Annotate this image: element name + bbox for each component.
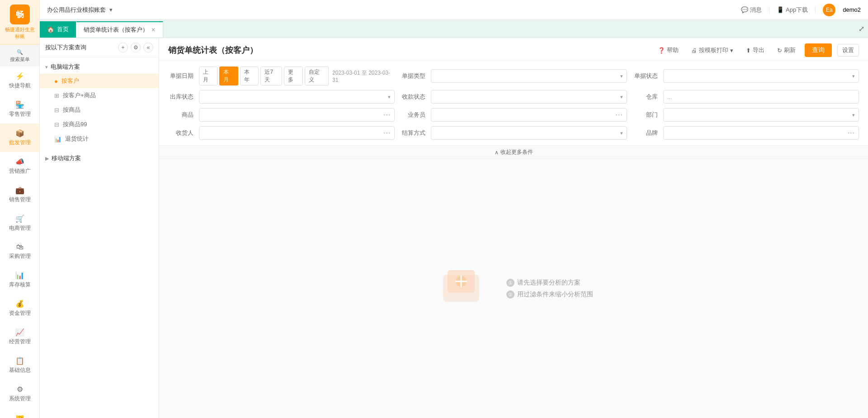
empty-svg (434, 256, 488, 311)
sidebar: 畅 畅捷通好生意标账 🔍 搜索菜单 ⚡ 快捷导航 🏪 零售管理 📦 批发管理 📣… (0, 0, 40, 418)
scheme-settings-button[interactable]: ⚙ (131, 43, 141, 52)
logo-text: 畅捷通好生意标账 (5, 26, 35, 40)
sidebar-item-sales[interactable]: 💼 销售管理 (0, 180, 39, 209)
doc-type-select[interactable]: ▾ (431, 69, 627, 83)
doc-type-label: 单据类型 (400, 72, 425, 80)
sidebar-item-marketing[interactable]: 📣 营销推广 (0, 152, 39, 180)
query-button[interactable]: 查询 (805, 43, 832, 57)
company-dropdown[interactable]: ▾ (109, 6, 113, 13)
template-print-button[interactable]: 🖨 按模板打印 ▾ (688, 44, 737, 56)
maximize-icon: ⤢ (859, 24, 864, 33)
tab-close-button[interactable]: ✕ (151, 27, 156, 33)
chevron-down-icon: ▾ (45, 64, 48, 70)
scheme-item-by-customer[interactable]: ● 按客户 (40, 74, 159, 88)
scheme-add-button[interactable]: + (118, 43, 128, 52)
scheme-group-desktop: ▾ 电脑端方案 ● 按客户 ⊞ 按客户+商品 ⊟ 按商品 ⊟ 按商品99 (40, 57, 159, 149)
date-btn-this-year[interactable]: 本年 (240, 66, 259, 86)
help-button[interactable]: ❓ 帮助 (654, 44, 682, 56)
receiver-col: ··· (199, 126, 395, 140)
sidebar-item-ecommerce[interactable]: 🛒 电商管理 (0, 209, 39, 238)
sidebar-item-inventory[interactable]: 📊 库存核算 (0, 266, 39, 294)
doc-status-col: ▾ (663, 69, 859, 83)
date-label: 单据日期 (168, 72, 193, 80)
sidebar-item-operations[interactable]: 📈 经营管理 (0, 323, 39, 351)
scheme-item-by-product[interactable]: ⊟ 按商品 (40, 103, 159, 117)
inventory-icon: 📊 (15, 271, 24, 280)
warehouse-select[interactable]: ... (663, 90, 859, 104)
topbar: 办公用品行业模拟账套 ▾ 💬 消息 📱 App下载 Ea demo2 (40, 0, 868, 20)
basic-icon: 📋 (15, 356, 24, 365)
sidebar-item-finance[interactable]: 💰 资金管理 (0, 294, 39, 323)
grid-icon: ⊞ (54, 92, 59, 99)
scheme-collapse-button[interactable]: « (143, 43, 153, 52)
sidebar-item-system[interactable]: ⚙ 系统管理 (0, 380, 39, 408)
settlement-col: ▾ (431, 126, 627, 140)
sales-icon: 💼 (15, 186, 24, 195)
filter-row-2: 出库状态 ▾ 收款状态 ▾ 仓库 (168, 90, 859, 104)
department-select[interactable]: ▾ (663, 108, 859, 122)
collapse-button[interactable]: ∧ 收起更多条件 (495, 148, 533, 156)
date-btn-7days[interactable]: 近7天 (260, 66, 282, 86)
warehouse-col: ... (663, 90, 859, 104)
scheme-panel: 按以下方案查询 + ⚙ « ▾ 电脑端方案 ● 按客户 ⊞ 按客户 (40, 38, 159, 418)
empty-illustration (434, 256, 488, 321)
payment-status-label: 收款状态 (400, 93, 425, 101)
date-btn-custom[interactable]: 自定义 (305, 66, 329, 86)
salesman-label: 业务员 (400, 111, 425, 119)
export-button[interactable]: ⬆ 导出 (742, 44, 768, 56)
topbar-left: 办公用品行业模拟账套 ▾ (47, 6, 113, 14)
filter-row-4: 收货人 ··· 结算方式 ▾ 品牌 (168, 126, 859, 140)
finance-icon: 💰 (15, 299, 24, 308)
sidebar-item-nav[interactable]: ⚡ 快捷导航 (0, 66, 39, 95)
filter-row-3: 商品 ··· 业务员 ··· 部门 (168, 108, 859, 122)
receiver-select[interactable]: ··· (199, 126, 395, 140)
scheme-panel-title: 按以下方案查询 (45, 43, 86, 52)
stock-status-select[interactable]: ▾ (199, 90, 395, 104)
hint-2: ② 用过滤条件来缩小分析范围 (506, 290, 593, 299)
sidebar-search[interactable]: 🔍 搜索菜单 (0, 45, 39, 66)
scheme-group-mobile-header[interactable]: ▶ 移动端方案 (40, 152, 159, 165)
sidebar-item-retail[interactable]: 🏪 零售管理 (0, 95, 39, 124)
department-col: ▾ (663, 108, 859, 122)
brand-select[interactable]: ··· (663, 126, 859, 140)
receiver-dots-icon: ··· (383, 129, 391, 137)
doc-type-arrow-icon: ▾ (620, 73, 623, 79)
salesman-select[interactable]: ··· (431, 108, 627, 122)
app-download-button[interactable]: 📱 App下载 (777, 6, 808, 14)
scheme-group-desktop-header[interactable]: ▾ 电脑端方案 (40, 60, 159, 74)
refresh-button[interactable]: ↻ 刷新 (774, 44, 799, 56)
scheme-item-by-customer-product[interactable]: ⊞ 按客户+商品 (40, 88, 159, 103)
doc-status-select[interactable]: ▾ (663, 69, 859, 83)
date-btn-more[interactable]: 更多 (284, 66, 302, 86)
sidebar-nav: 🏪 零售管理 📦 批发管理 📣 营销推广 💼 销售管理 🛒 电商管理 🛍 采购管… (0, 95, 39, 418)
payment-status-select[interactable]: ▾ (431, 90, 627, 104)
doc-status-arrow-icon: ▾ (852, 73, 855, 79)
settlement-select[interactable]: ▾ (431, 126, 627, 140)
sidebar-item-enterprise[interactable]: 🤝 企业协同 (0, 408, 39, 418)
department-arrow-icon: ▾ (852, 112, 855, 118)
date-btn-this-month[interactable]: 本月 (219, 66, 238, 86)
divider2 (815, 6, 816, 14)
settings-button[interactable]: 设置 (837, 44, 859, 57)
collapse-icon: ∧ (495, 149, 499, 156)
tab-home[interactable]: 🏠 首页 (40, 21, 76, 38)
scheme-item-return-stats[interactable]: 📊 退货统计 (40, 132, 159, 146)
sidebar-item-wholesale[interactable]: 📦 批发管理 (0, 124, 39, 152)
scheme-item-by-product-99[interactable]: ⊟ 按商品99 (40, 117, 159, 132)
home-icon: 🏠 (47, 26, 54, 33)
sidebar-item-purchase[interactable]: 🛍 采购管理 (0, 238, 39, 266)
doc-status-label: 单据状态 (632, 72, 658, 80)
filter-area: 单据日期 上月 本月 本年 近7天 更多 自定义 2023-03-01 至 20… (159, 61, 868, 146)
date-btn-last-month[interactable]: 上月 (199, 66, 217, 86)
sidebar-item-basic[interactable]: 📋 基础信息 (0, 351, 39, 380)
tabs-bar: 🏠 首页 销货单统计表（按客户） ✕ ⤢ (40, 20, 868, 38)
download-icon: 📱 (777, 6, 784, 13)
stock-status-col: ▾ (199, 90, 395, 104)
tab-expand-button[interactable]: ⤢ (855, 24, 868, 33)
user-avatar[interactable]: Ea (823, 4, 835, 16)
tab-sales-stat[interactable]: 销货单统计表（按客户） ✕ (76, 21, 163, 38)
product-select[interactable]: ··· (199, 108, 395, 122)
message-button[interactable]: 💬 消息 (741, 6, 762, 14)
active-indicator-icon: ● (54, 78, 58, 85)
receiver-label: 收货人 (168, 129, 193, 137)
